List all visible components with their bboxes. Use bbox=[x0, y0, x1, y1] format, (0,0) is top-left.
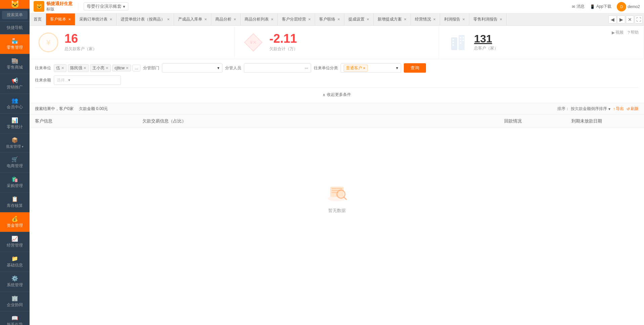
sidebar-item-operation[interactable]: 📈 经营管理 bbox=[0, 232, 30, 252]
nav-next-button[interactable]: ▶ bbox=[617, 15, 625, 24]
filter-tag-wang-remove[interactable]: ✕ bbox=[105, 66, 109, 70]
nav-tab-operation-close[interactable]: ✕ bbox=[433, 17, 436, 21]
col-due-date: 到期未放款日期 bbox=[571, 118, 639, 124]
unit-filter-label: 往来单位 bbox=[35, 65, 51, 71]
customer-type-tag: 普通客户 ✕ bbox=[344, 65, 368, 72]
nav-tab-purchase-stats-close[interactable]: ✕ bbox=[110, 17, 112, 21]
nav-tab-goods-list-close[interactable]: ✕ bbox=[271, 17, 273, 21]
message-button[interactable]: ✉ 消息 bbox=[572, 4, 585, 9]
finance-icon: 💰 bbox=[1, 216, 28, 222]
filter-tag-chen-remove[interactable]: ✕ bbox=[83, 66, 86, 70]
export-label: 导出 bbox=[616, 106, 624, 112]
user-area[interactable]: D demo2 bbox=[617, 2, 640, 11]
retail-store-icon: 🏬 bbox=[1, 58, 28, 64]
help-link[interactable]: ? 帮助 bbox=[628, 30, 639, 35]
stat-info-clients: 131 总客户（家） bbox=[474, 33, 498, 51]
person-select[interactable]: ··· bbox=[244, 63, 311, 73]
app-download-button[interactable]: 📱 App下载 bbox=[590, 4, 611, 9]
balance-input[interactable]: 选择... ▾ bbox=[54, 75, 121, 85]
nav-tab-inbound-stats-close[interactable]: ✕ bbox=[167, 17, 170, 21]
svg-rect-10 bbox=[460, 42, 461, 44]
results-actions: 排序： 按欠款金额倒序排序 ▾ ↑ 导出 ↺ 刷新 bbox=[557, 106, 639, 112]
nav-tab-retail-profit-close[interactable]: ✕ bbox=[500, 17, 502, 21]
nav-tab-profit-close[interactable]: ✕ bbox=[462, 17, 465, 21]
nav-tab-operation-label: 经营情况 bbox=[415, 16, 431, 22]
nav-tab-customer-account[interactable]: 客户账本 ✕ bbox=[46, 13, 75, 25]
dept-chevron-icon: ▾ bbox=[217, 66, 219, 70]
nav-tab-goods-analysis-close[interactable]: ✕ bbox=[233, 17, 236, 21]
nav-fullscreen-button[interactable]: ⛶ bbox=[635, 15, 643, 24]
nav-tab-customer-tier-close[interactable]: ✕ bbox=[308, 17, 311, 21]
sidebar-item-retail-mgmt[interactable]: 🏪 零售管理 bbox=[0, 34, 30, 54]
filter-tag-more[interactable]: ... bbox=[132, 65, 140, 71]
customers-stat-icon: ¥ bbox=[38, 32, 59, 53]
sidebar-item-member[interactable]: 👥 会员中心 bbox=[0, 94, 30, 114]
nav-tab-commission-settings-close[interactable]: ✕ bbox=[367, 17, 369, 21]
nav-tab-product-inbound[interactable]: 产成品入库单 ✕ bbox=[174, 13, 211, 25]
sidebar-item-marketing[interactable]: 📢 营销推广 bbox=[0, 74, 30, 94]
video-link[interactable]: ▶ 视频 bbox=[612, 30, 624, 35]
nav-tab-purchase-stats[interactable]: 采购订单统计表 ✕ bbox=[75, 13, 117, 25]
collapse-button[interactable]: ∧ 收起更多条件 bbox=[320, 91, 354, 99]
nav-tab-customer-contact-close[interactable]: ✕ bbox=[337, 17, 340, 21]
sidebar-item-label: 系统管理 bbox=[7, 283, 23, 287]
nav-tab-retail-profit[interactable]: 零售利润报告 ✕ bbox=[469, 13, 507, 25]
sidebar-item-basic-info[interactable]: 📁 基础信息 bbox=[0, 252, 30, 272]
sort-select[interactable]: 排序： 按欠款金额倒序排序 ▾ bbox=[557, 106, 610, 112]
nav-tab-add-commission[interactable]: 新增提成方案 ✕ bbox=[374, 13, 411, 25]
nav-close-all-button[interactable]: ✕ bbox=[626, 15, 634, 24]
sort-label: 排序： bbox=[557, 106, 569, 112]
sort-value: 按欠款金额倒序排序 bbox=[571, 106, 607, 112]
category-filter-label: 往来单位分类 bbox=[314, 65, 338, 71]
sidebar-item-enterprise[interactable]: 🏢 企业协同 bbox=[0, 292, 30, 312]
nav-tab-inbound-stats[interactable]: 进货单统计表（按商品） ✕ bbox=[117, 13, 174, 25]
app-download-label: App下载 bbox=[596, 4, 611, 9]
nav-tab-profit-report[interactable]: 利润报告 ✕ bbox=[440, 13, 469, 25]
marketing-icon: 📢 bbox=[1, 77, 28, 84]
category-select[interactable]: 普通客户 ✕ ▾ bbox=[341, 63, 401, 73]
nav-tab-goods-analysis[interactable]: 商品分析 ✕ bbox=[211, 13, 241, 25]
sidebar-item-finance[interactable]: 💰 资金管理 bbox=[0, 212, 30, 232]
filter-row-2: 往来余额 选择... ▾ bbox=[35, 75, 639, 85]
sidebar-item-purchase[interactable]: 🛍️ 采购管理 bbox=[0, 173, 30, 192]
nav-tab-product-inbound-close[interactable]: ✕ bbox=[204, 17, 207, 21]
empty-icon bbox=[324, 177, 350, 204]
nav-tab-operation-status[interactable]: 经营情况 ✕ bbox=[411, 13, 440, 25]
nav-tab-home[interactable]: 首页 bbox=[30, 13, 46, 25]
filter-tag-cjttcw-remove[interactable]: ✕ bbox=[126, 66, 129, 70]
sidebar-item-ecommerce[interactable]: 🛒 电商管理 bbox=[0, 153, 30, 173]
nav-tab-customer-contact[interactable]: 客户联络 ✕ bbox=[315, 13, 344, 25]
query-button[interactable]: 查询 bbox=[404, 63, 426, 73]
sidebar-item-retail-stats[interactable]: 📊 零售统计 bbox=[0, 114, 30, 134]
sidebar-item-guide[interactable]: 📖 新手引导 bbox=[0, 312, 30, 325]
nav-tab-product-inbound-label: 产成品入库单 bbox=[178, 16, 202, 22]
nav-tab-goods-analysis-list[interactable]: 商品分析列表 ✕ bbox=[241, 13, 278, 25]
message-label: 消息 bbox=[576, 4, 585, 9]
store-selector[interactable]: 母婴行业演示账套 ▾ bbox=[84, 2, 128, 10]
svg-rect-12 bbox=[463, 40, 464, 41]
nav-tab-add-commission-close[interactable]: ✕ bbox=[404, 17, 406, 21]
wholesale-expand-icon: ▾ bbox=[22, 145, 24, 148]
nav-tab-customer-tier[interactable]: 客户分层经营 ✕ bbox=[278, 13, 315, 25]
search-menu-button[interactable]: 搜索菜单 bbox=[2, 11, 28, 19]
dept-select[interactable]: ▾ bbox=[162, 63, 222, 73]
sidebar-search-area[interactable]: 搜索菜单 bbox=[0, 9, 30, 22]
export-button[interactable]: ↑ 导出 bbox=[613, 106, 624, 112]
quick-nav-area[interactable]: 快捷导航 bbox=[0, 22, 30, 34]
sidebar-item-wholesale[interactable]: 📦 批发管理 ▾ bbox=[0, 134, 30, 153]
total-customers-label: 总欠款客户（家） bbox=[65, 46, 97, 52]
nav-tab-commission-settings[interactable]: 提成设置 ✕ bbox=[344, 13, 374, 25]
nav-prev-button[interactable]: ◀ bbox=[608, 15, 616, 24]
refresh-button[interactable]: ↺ 刷新 bbox=[627, 106, 639, 112]
sidebar-item-system[interactable]: ⚙️ 系统管理 bbox=[0, 272, 30, 292]
nav-tab-customer-account-close[interactable]: ✕ bbox=[68, 17, 71, 21]
divider bbox=[78, 2, 78, 10]
debt-stat-icon: ¥✕ bbox=[243, 32, 264, 53]
export-icon: ↑ bbox=[613, 107, 615, 111]
sidebar-item-retail-store[interactable]: 🏬 零售商城 bbox=[0, 54, 30, 74]
customer-type-remove[interactable]: ✕ bbox=[363, 66, 366, 70]
sidebar-item-label: 零售统计 bbox=[7, 124, 23, 129]
sidebar-item-inventory[interactable]: 📋 库存核算 bbox=[0, 192, 30, 212]
filter-tag-wu-remove[interactable]: ✕ bbox=[61, 66, 64, 70]
quick-nav-button[interactable]: 快捷导航 bbox=[2, 24, 28, 32]
